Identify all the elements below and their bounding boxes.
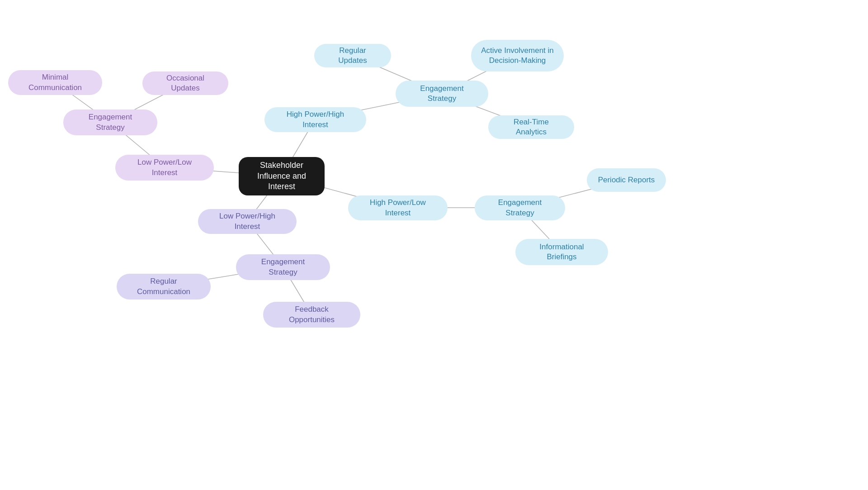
minimal-communication-label: Minimal Communication: [18, 72, 92, 92]
center-label: Stakeholder Influence and Interest: [249, 160, 315, 192]
occasional-updates-label: Occasional Updates: [152, 73, 218, 93]
hphi-label: High Power/High Interest: [274, 109, 356, 129]
active-involvement-label: Active Involvement in Decision-Making: [481, 46, 554, 66]
regular-communication-node[interactable]: Regular Communication: [117, 274, 211, 300]
lpli-label: Low Power/Low Interest: [125, 157, 204, 177]
real-time-analytics-node[interactable]: Real-Time Analytics: [488, 115, 574, 139]
es-purple-label: Engagement Strategy: [73, 112, 147, 132]
informational-briefings-node[interactable]: Informational Briefings: [515, 239, 608, 265]
engagement-strategy-lav-node[interactable]: Engagement Strategy: [236, 254, 330, 280]
es-blue2-label: Engagement Strategy: [485, 198, 555, 218]
minimal-communication-node[interactable]: Minimal Communication: [8, 70, 102, 95]
regular-updates-node[interactable]: Regular Updates: [314, 44, 391, 67]
feedback-opportunities-label: Feedback Opportunities: [273, 304, 350, 324]
low-power-high-interest-node[interactable]: Low Power/High Interest: [198, 209, 297, 234]
active-involvement-node[interactable]: Active Involvement in Decision-Making: [471, 40, 564, 71]
high-power-high-interest-node[interactable]: High Power/High Interest: [264, 107, 366, 132]
engagement-strategy-blue2-node[interactable]: Engagement Strategy: [475, 195, 565, 220]
regular-communication-label: Regular Communication: [127, 276, 201, 296]
lphi-label: Low Power/High Interest: [208, 211, 287, 231]
low-power-low-interest-node[interactable]: Low Power/Low Interest: [115, 155, 214, 181]
informational-briefings-label: Informational Briefings: [525, 242, 598, 262]
engagement-strategy-blue1-node[interactable]: Engagement Strategy: [396, 81, 488, 107]
es-lav-label: Engagement Strategy: [246, 257, 320, 277]
real-time-analytics-label: Real-Time Analytics: [498, 117, 564, 137]
es-blue1-label: Engagement Strategy: [406, 84, 478, 104]
feedback-opportunities-node[interactable]: Feedback Opportunities: [263, 302, 360, 328]
periodic-reports-node[interactable]: Periodic Reports: [587, 168, 666, 192]
engagement-strategy-purple-node[interactable]: Engagement Strategy: [63, 109, 157, 135]
periodic-reports-label: Periodic Reports: [598, 175, 655, 185]
occasional-updates-node[interactable]: Occasional Updates: [142, 71, 228, 95]
center-node[interactable]: Stakeholder Influence and Interest: [239, 157, 325, 195]
high-power-low-interest-node[interactable]: High Power/Low Interest: [348, 195, 448, 220]
regular-updates-label: Regular Updates: [324, 46, 381, 66]
hpli-label: High Power/Low Interest: [358, 198, 438, 218]
